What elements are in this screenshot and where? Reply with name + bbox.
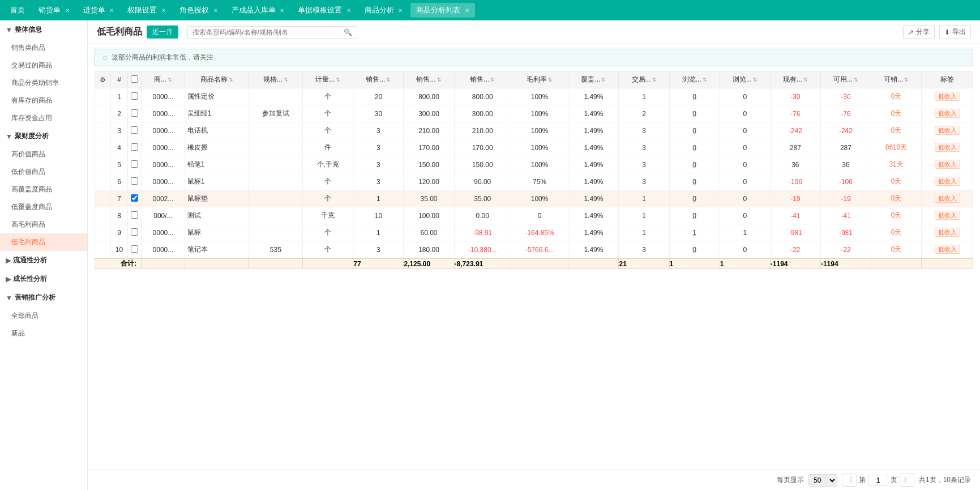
nav-close-purchase[interactable]: ✕ <box>109 7 114 14</box>
col-current-stock[interactable]: 现有...⇅ <box>770 71 820 88</box>
cell-browse1-3[interactable]: 0 <box>669 139 720 156</box>
search-icon[interactable]: 🔍 <box>344 28 352 36</box>
cell-browse1-0[interactable]: 0 <box>669 88 720 105</box>
cell-browse1-5[interactable]: 0 <box>669 173 720 190</box>
row-checkbox-4[interactable] <box>131 160 138 168</box>
totals-trade: 21 <box>619 258 669 269</box>
nav-item-sales[interactable]: 销货单 ✕ <box>33 3 75 18</box>
col-check[interactable] <box>128 71 142 88</box>
cell-browse2-1: 0 <box>720 105 770 122</box>
nav-close-products[interactable]: ✕ <box>280 7 284 14</box>
col-unit[interactable]: 计量...⇅ <box>303 71 353 88</box>
share-button[interactable]: ↗ 分享 <box>903 25 935 39</box>
nav-item-purchase[interactable]: 进货单 ✕ <box>78 3 120 18</box>
nav-item-roles[interactable]: 角色授权 ✕ <box>174 3 224 18</box>
col-name[interactable]: 商品名称⇅ <box>185 71 249 88</box>
sidebar-item-high-margin[interactable]: 高毛利商品 <box>0 216 87 233</box>
cell-trade-7: 1 <box>619 207 669 224</box>
nav-close-templates[interactable]: ✕ <box>346 7 351 14</box>
col-code[interactable]: 商...⇅ <box>142 71 185 88</box>
cell-check-6[interactable] <box>128 190 142 207</box>
nav-close-roles[interactable]: ✕ <box>213 7 218 14</box>
sidebar-item-all-goods[interactable]: 全部商品 <box>0 307 87 325</box>
col-spec[interactable]: 规格...⇅ <box>249 71 303 88</box>
sidebar-item-high-coverage[interactable]: 高覆盖度商品 <box>0 181 87 198</box>
sidebar-item-capital[interactable]: 库存资金占用 <box>0 109 87 127</box>
col-browse1[interactable]: 浏览...⇅ <box>669 71 720 88</box>
table-container[interactable]: ⚙ # 商...⇅ 商品名称⇅ 规格...⇅ 计量...⇅ 销售...⇅ 销售.… <box>95 71 973 470</box>
sidebar-group-marketing[interactable]: ▼ 营销推广分析 <box>0 288 87 307</box>
sidebar-group-growth[interactable]: ▶ 成长性分析 <box>0 270 87 288</box>
cell-check-0[interactable] <box>128 88 142 105</box>
sidebar-item-low-coverage[interactable]: 低覆盖度商品 <box>0 198 87 216</box>
col-gross-rate[interactable]: 毛利率⇅ <box>511 71 568 88</box>
sidebar-item-high-value[interactable]: 高价值商品 <box>0 146 87 163</box>
page-input[interactable] <box>868 475 888 486</box>
cell-check-1[interactable] <box>128 105 142 122</box>
cell-check-4[interactable] <box>128 156 142 173</box>
nav-item-analysis[interactable]: 商品分析 ✕ <box>359 3 409 18</box>
row-checkbox-2[interactable] <box>131 126 138 134</box>
row-checkbox-9[interactable] <box>131 245 138 253</box>
cell-browse1-9[interactable]: 0 <box>669 241 720 259</box>
notice-icon: ☆ <box>102 54 108 62</box>
col-available[interactable]: 可用...⇅ <box>820 71 871 88</box>
nav-item-products[interactable]: 产成品入库单 ✕ <box>226 3 290 18</box>
col-saleable[interactable]: 可销...⇅ <box>871 71 922 88</box>
sidebar-group-circulation[interactable]: ▶ 流通性分析 <box>0 251 87 270</box>
per-page-select[interactable]: 50 100 200 <box>808 474 837 487</box>
nav-close-analysis-list[interactable]: ✕ <box>465 7 469 14</box>
row-checkbox-7[interactable] <box>131 211 138 219</box>
cell-check-5[interactable] <box>128 173 142 190</box>
sidebar-item-sales-goods[interactable]: 销售类商品 <box>0 39 87 57</box>
nav-item-analysis-list[interactable]: 商品分析列表 ✕ <box>410 3 475 18</box>
row-checkbox-1[interactable] <box>131 109 138 117</box>
cell-check-3[interactable] <box>128 139 142 156</box>
nav-close-permissions[interactable]: ✕ <box>161 7 166 14</box>
select-all-checkbox[interactable] <box>131 75 138 83</box>
row-checkbox-5[interactable] <box>131 177 138 185</box>
col-trade[interactable]: 交易...⇅ <box>619 71 669 88</box>
prev-page-btn[interactable]: 〈 <box>842 474 857 487</box>
col-cover-rate[interactable]: 覆盖...⇅ <box>568 71 619 88</box>
date-filter-btn[interactable]: 近一月 <box>147 25 178 39</box>
cell-browse1-4[interactable]: 0 <box>669 156 720 173</box>
export-button[interactable]: ⬇ 导出 <box>939 25 971 39</box>
row-checkbox-0[interactable] <box>131 92 138 100</box>
nav-item-permissions[interactable]: 权限设置 ✕ <box>122 3 172 18</box>
page-title: 低毛利商品 <box>97 26 142 38</box>
tag-badge-5: 低收入 <box>935 177 960 186</box>
search-input[interactable] <box>192 28 341 36</box>
row-checkbox-8[interactable] <box>131 228 138 236</box>
sidebar-item-low-margin[interactable]: 低毛利商品 <box>0 233 87 251</box>
sidebar-group-overview[interactable]: ▼ 整体信息 <box>0 20 87 39</box>
cell-check-9[interactable] <box>128 241 142 259</box>
col-sales-qty[interactable]: 销售...⇅ <box>353 71 404 88</box>
col-browse2[interactable]: 浏览...⇅ <box>720 71 770 88</box>
sidebar-item-low-value[interactable]: 低价值商品 <box>0 163 87 181</box>
cell-check-8[interactable] <box>128 224 142 241</box>
col-sales-price[interactable]: 销售...⇅ <box>404 71 454 88</box>
cell-check-2[interactable] <box>128 122 142 139</box>
cell-check-7[interactable] <box>128 207 142 224</box>
cell-browse1-2[interactable]: 0 <box>669 122 720 139</box>
col-settings[interactable]: ⚙ <box>95 71 111 88</box>
nav-close-analysis[interactable]: ✕ <box>398 7 403 14</box>
cell-browse2-8: 1 <box>720 224 770 241</box>
row-checkbox-3[interactable] <box>131 143 138 151</box>
cell-browse1-7[interactable]: 0 <box>669 207 720 224</box>
sidebar-item-in-stock[interactable]: 有库存的商品 <box>0 92 87 109</box>
cell-browse1-8[interactable]: 1 <box>669 224 720 241</box>
cell-browse1-1[interactable]: 0 <box>669 105 720 122</box>
nav-item-templates[interactable]: 单据模板设置 ✕ <box>292 3 357 18</box>
sidebar-item-new-goods[interactable]: 新品 <box>0 325 87 342</box>
next-page-btn[interactable]: 〉 <box>900 474 914 487</box>
cell-browse1-6[interactable]: 0 <box>669 190 720 207</box>
row-checkbox-6[interactable] <box>131 194 138 202</box>
nav-close-sales[interactable]: ✕ <box>65 7 70 14</box>
sidebar-item-traded-goods[interactable]: 交易过的商品 <box>0 57 87 74</box>
sidebar-item-category-rate[interactable]: 商品分类助销率 <box>0 74 87 92</box>
col-sales-amount[interactable]: 销售...⇅ <box>454 71 511 88</box>
nav-item-home[interactable]: 首页 <box>5 3 31 18</box>
sidebar-group-wealth[interactable]: ▼ 聚财度分析 <box>0 127 87 146</box>
